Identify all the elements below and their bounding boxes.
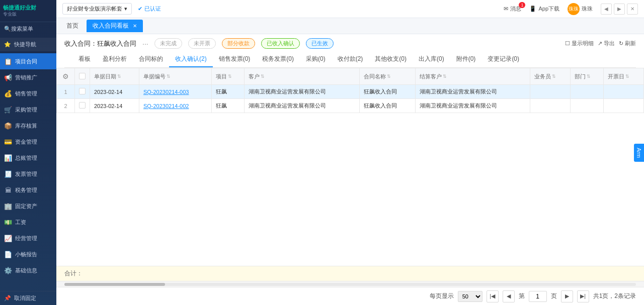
sidebar-item-inventory[interactable]: 📦 库存核算 <box>0 118 56 134</box>
per-page-select[interactable]: 50 100 200 <box>458 291 482 302</box>
sidebar-item-label: 项目合同 <box>15 58 37 65</box>
sub-tab-purchase[interactable]: 采购(0) <box>300 52 332 67</box>
company-selector[interactable]: 好业财专业版演示帐套 ▾ <box>62 3 132 15</box>
refresh-button[interactable]: ↻ 刷新 <box>619 40 636 47</box>
refresh-icon: ↻ <box>619 40 623 47</box>
quick-nav-item[interactable]: ⭐ 快捷导航 <box>0 38 56 51</box>
arm-float-button[interactable]: Arm <box>634 143 644 161</box>
purchase-icon: 🛒 <box>4 106 12 114</box>
sub-tab-payment[interactable]: 收付款(2) <box>332 52 369 67</box>
row-checkbox-2[interactable] <box>75 99 90 113</box>
scrollbar-thumb[interactable] <box>64 283 165 286</box>
contract-name: 狂飙收入合同 <box>97 40 136 47</box>
quick-nav-icon: ⭐ <box>4 41 11 48</box>
messages-button[interactable]: ✉ 1 消息 <box>504 5 521 13</box>
salesman-sort-icon[interactable]: ⇅ <box>552 74 556 79</box>
page-first-button[interactable]: |◀ <box>487 290 499 302</box>
page-last-button[interactable]: ▶| <box>577 290 589 302</box>
contract-name-sort-icon[interactable]: ⇅ <box>387 74 391 79</box>
sidebar-item-invoice[interactable]: 🧾 发票管理 <box>0 166 56 182</box>
checkbox-detail-icon: ☐ <box>565 40 570 47</box>
sidebar-item-sales[interactable]: 💰 销售管理 <box>0 85 56 101</box>
app-sub: 专业版 <box>3 11 53 18</box>
sub-tab-contract-target[interactable]: 合同标的 <box>133 52 169 67</box>
sub-tab-income-confirm[interactable]: 收入确认(2) <box>169 52 213 67</box>
department-sort-icon[interactable]: ⇅ <box>587 74 591 79</box>
invoice-date-sort-icon[interactable]: ⇅ <box>625 74 629 79</box>
table-row[interactable]: 1 2023-02-14 SQ-20230214-003 狂飙 湖南卫视商业运营… <box>57 85 644 99</box>
sidebar-item-project-contract[interactable]: 📋 项目合同 <box>0 53 56 69</box>
sidebar-item-report[interactable]: 📄 小畅报告 <box>0 246 56 262</box>
download-icon: 📱 <box>529 6 536 12</box>
tab-income-contract[interactable]: 收入合同看板 ✕ <box>87 20 143 32</box>
sidebar-item-ledger[interactable]: 📊 总账管理 <box>0 150 56 166</box>
status-incomplete-btn[interactable]: 未完成 <box>154 38 182 49</box>
user-avatar-area[interactable]: 珠珠 珠珠 <box>568 3 593 15</box>
sidebar-item-salary[interactable]: 💵 工资 <box>0 214 56 230</box>
sidebar-item-fixed-assets[interactable]: 🏢 固定资产 <box>0 198 56 214</box>
sub-tab-sales-invoice[interactable]: 销售发票(0) <box>213 52 257 67</box>
sidebar-item-ops[interactable]: 📈 经营管理 <box>0 230 56 246</box>
row-result-customer-1: 湖南卫视商业运营发展有限公司 <box>415 85 530 99</box>
show-detail-toggle[interactable]: ☐ 显示明细 <box>565 40 594 47</box>
tab-close-icon[interactable]: ✕ <box>133 23 137 29</box>
salary-icon: 💵 <box>4 218 12 226</box>
sidebar: 畅捷通好业财 专业版 🔍 搜索菜单 ⭐ 快捷导航 📋 项目合同 📢 营销推广 💰… <box>0 0 56 305</box>
order-no-sort-icon[interactable]: ⇅ <box>167 74 171 79</box>
search-icon: 🔍 <box>4 26 11 32</box>
app-download-button[interactable]: 📱 App下载 <box>529 5 559 13</box>
topbar-right: ✉ 1 消息 📱 App下载 珠珠 珠珠 ◀ ▶ ✕ <box>504 3 638 15</box>
sidebar-item-purchase[interactable]: 🛒 采购管理 <box>0 101 56 118</box>
status-partial-btn[interactable]: 部分收款 <box>222 38 255 49</box>
order-no-column-header: 单据编号 ⇅ <box>139 68 211 85</box>
tax-icon: 🏛 <box>4 186 12 194</box>
sub-tab-change-log[interactable]: 变更记录(0) <box>481 52 525 67</box>
search-menu-item[interactable]: 🔍 搜索菜单 <box>0 22 56 36</box>
table-header-row: ⚙ 单据日期 ⇅ 单据编号 <box>57 68 644 85</box>
status-unopened-btn[interactable]: 未开票 <box>188 38 216 49</box>
select-all-checkbox[interactable] <box>79 73 86 79</box>
page-header-actions: ☐ 显示明细 ↗ 导出 ↻ 刷新 <box>565 40 636 47</box>
sidebar-item-label: 固定资产 <box>15 202 37 210</box>
page-input[interactable] <box>529 291 547 302</box>
export-button[interactable]: ↗ 导出 <box>598 40 615 47</box>
sidebar-item-label: 经营管理 <box>15 235 37 242</box>
sidebar-item-label: 发票管理 <box>15 170 37 178</box>
unpin-button[interactable]: 📌 取消固定 <box>0 291 56 305</box>
sub-tab-board[interactable]: 看板 <box>72 52 97 67</box>
column-settings-icon[interactable]: ⚙ <box>62 72 69 80</box>
nav-back-button[interactable]: ◀ <box>601 4 612 15</box>
more-options-icon[interactable]: ··· <box>142 40 148 48</box>
row-checkbox-1[interactable] <box>75 85 90 99</box>
page-next-button[interactable]: ▶ <box>561 290 573 302</box>
result-customer-sort-icon[interactable]: ⇅ <box>443 74 447 79</box>
table-row[interactable]: 2 2023-02-14 SQ-20230214-002 狂飙 湖南卫视商业运营… <box>57 99 644 113</box>
sidebar-item-funds[interactable]: 💳 资金管理 <box>0 134 56 150</box>
right-float-panel: Arm <box>634 143 644 161</box>
sub-tab-warehouse[interactable]: 出入库(0) <box>413 52 450 67</box>
date-sort-icon[interactable]: ⇅ <box>117 74 121 79</box>
sub-tab-profit[interactable]: 盈利分析 <box>97 52 133 67</box>
sidebar-item-label: 工资 <box>15 219 26 226</box>
sub-tab-other-income[interactable]: 其他收支(0) <box>369 52 413 67</box>
nav-close-button[interactable]: ✕ <box>627 4 638 15</box>
row-order-no-2[interactable]: SQ-20230214-002 <box>139 99 211 113</box>
customer-sort-icon[interactable]: ⇅ <box>261 74 265 79</box>
nav-forward-button[interactable]: ▶ <box>614 4 625 15</box>
tab-home[interactable]: 首页 <box>60 20 85 32</box>
project-sort-icon[interactable]: ⇅ <box>228 74 232 79</box>
sidebar-item-basic-info[interactable]: ⚙️ 基础信息 <box>0 262 56 278</box>
sub-tab-attachment[interactable]: 附件(0) <box>450 52 482 67</box>
sidebar-item-marketing[interactable]: 📢 营销推广 <box>0 69 56 85</box>
status-effective-btn[interactable]: 已生效 <box>306 38 334 49</box>
date-column-header: 单据日期 ⇅ <box>90 68 139 85</box>
row-order-no-1[interactable]: SQ-20230214-003 <box>139 85 211 99</box>
sub-tab-tax-invoice[interactable]: 税务发票(0) <box>256 52 300 67</box>
data-table: ⚙ 单据日期 ⇅ 单据编号 <box>56 68 644 113</box>
status-confirmed-btn[interactable]: 已收入确认 <box>261 38 300 49</box>
horizontal-scrollbar[interactable] <box>56 281 644 287</box>
row-contract-name-1: 狂飙收入合同 <box>359 85 415 99</box>
page-prev-button[interactable]: ◀ <box>503 290 515 302</box>
sidebar-item-tax[interactable]: 🏛 税务管理 <box>0 182 56 198</box>
avatar-text: 珠珠 <box>569 6 579 13</box>
